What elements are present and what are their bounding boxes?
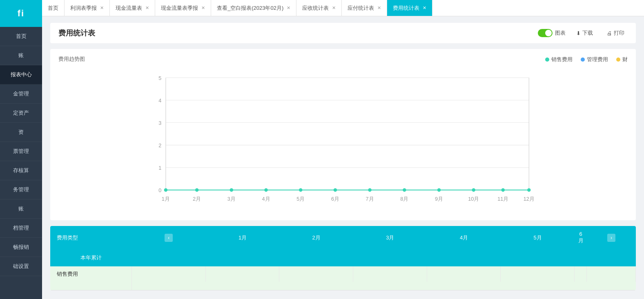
legend-admin: 管理费用 <box>581 56 608 63</box>
chart-card: 费用趋势图 销售费用 管理费用 财 <box>50 49 636 220</box>
tab-home[interactable]: 首页 <box>42 0 65 16</box>
svg-text:7月: 7月 <box>366 196 374 202</box>
sidebar-item-home[interactable]: 首页 <box>0 27 42 46</box>
download-label: 下载 <box>582 29 593 37</box>
header-actions: 图表 ⬇ 下载 🖨 打印 <box>538 28 628 38</box>
svg-point-25 <box>501 188 505 192</box>
col-header-month4: 4月 <box>427 226 501 249</box>
svg-point-17 <box>230 188 233 192</box>
svg-point-23 <box>437 188 441 192</box>
tab-close-cashflow-quarterly[interactable]: ✕ <box>201 5 205 11</box>
tab-close-expense-stats[interactable]: ✕ <box>423 5 426 11</box>
legend-dot-finance <box>616 58 620 62</box>
tab-expense-stats[interactable]: 费用统计表 ✕ <box>387 0 432 16</box>
svg-text:0: 0 <box>158 188 161 193</box>
chart-container: 5 4 3 2 1 0 <box>58 67 628 214</box>
chart-legend: 销售费用 管理费用 财 <box>545 56 628 63</box>
row-type-sales: 销售费用 <box>50 266 132 282</box>
next-month-btn[interactable]: › <box>607 234 615 242</box>
svg-point-26 <box>527 188 530 192</box>
col-header-type: 费用类型 <box>50 226 132 249</box>
legend-dot-sales <box>545 58 549 62</box>
svg-text:11月: 11月 <box>497 196 508 202</box>
svg-text:4月: 4月 <box>262 196 270 202</box>
tab-close-receivable[interactable]: ✕ <box>332 5 336 11</box>
chart-toggle-text: 图表 <box>555 29 566 37</box>
row-cell-m3 <box>353 266 427 282</box>
download-button[interactable]: ⬇ 下载 <box>573 28 596 38</box>
col-header-month6: 6月 <box>575 226 587 249</box>
sidebar-item-resource[interactable]: 资 <box>0 123 42 142</box>
sidebar-item-expense[interactable]: 畅报销 <box>0 238 42 257</box>
tab-cashflow[interactable]: 现金流量表 ✕ <box>110 0 155 16</box>
table-row: 销售费用 <box>50 266 636 290</box>
svg-text:1: 1 <box>158 165 161 171</box>
tab-profit-quarterly[interactable]: 利润表季报 ✕ <box>65 0 110 16</box>
tab-close-profit-quarterly[interactable]: ✕ <box>100 5 104 11</box>
sidebar: fi 首页 账 报表中心 金管理 定资产 资 票管理 存核算 务管理 账 档管理… <box>0 0 42 299</box>
print-label: 打印 <box>614 29 624 37</box>
svg-text:2: 2 <box>158 143 161 148</box>
col-header-month1: 1月 <box>206 226 280 249</box>
table-header: 费用类型 ‹ 1月 2月 3月 4月 5月 6月 › 本年累计 <box>50 226 636 266</box>
row-cell-m6 <box>575 266 587 282</box>
tab-close-payable[interactable]: ✕ <box>377 5 381 11</box>
svg-point-18 <box>264 188 267 192</box>
legend-label-admin: 管理费用 <box>587 56 608 63</box>
legend-label-sales: 销售费用 <box>551 56 573 63</box>
sidebar-item-ledger[interactable]: 账 <box>0 199 42 219</box>
print-icon: 🖨 <box>607 30 612 36</box>
svg-text:5月: 5月 <box>296 196 305 202</box>
svg-text:3: 3 <box>158 120 161 126</box>
svg-text:12月: 12月 <box>524 196 535 202</box>
row-cell-skip <box>132 266 206 282</box>
legend-finance: 财 <box>616 56 628 63</box>
col-header-nav-next[interactable]: › <box>587 226 636 249</box>
chart-toggle-label: 图表 <box>538 29 566 37</box>
sidebar-item-inventory[interactable]: 存核算 <box>0 161 42 180</box>
line-chart-svg: 5 4 3 2 1 0 <box>58 67 628 214</box>
sidebar-item-service[interactable]: 务管理 <box>0 180 42 199</box>
content-area: 费用统计表 图表 ⬇ 下载 🖨 打印 费用趋势图 <box>42 16 644 299</box>
sidebar-item-cash[interactable]: 金管理 <box>0 84 42 104</box>
svg-point-20 <box>334 188 337 192</box>
svg-text:1月: 1月 <box>162 196 170 202</box>
row-cell-m1 <box>206 266 280 282</box>
svg-text:8月: 8月 <box>400 196 408 202</box>
prev-month-btn[interactable]: ‹ <box>165 234 173 242</box>
sidebar-item-tickets[interactable]: 票管理 <box>0 142 42 161</box>
sidebar-item-account[interactable]: 账 <box>0 46 42 65</box>
tab-receivable[interactable]: 应收统计表 ✕ <box>296 0 342 16</box>
tab-cashflow-quarterly[interactable]: 现金流量表季报 ✕ <box>155 0 211 16</box>
chart-toggle[interactable] <box>538 29 553 37</box>
tab-payable[interactable]: 应付统计表 ✕ <box>342 0 387 16</box>
sidebar-logo: fi <box>0 0 42 27</box>
download-icon: ⬇ <box>576 30 581 36</box>
col-header-nav-prev[interactable]: ‹ <box>132 226 206 249</box>
col-header-ytd: 本年累计 <box>50 249 132 266</box>
row-cell-m2 <box>279 266 353 282</box>
row-cell-m5 <box>501 266 575 282</box>
svg-point-16 <box>195 188 198 192</box>
sidebar-item-assets[interactable]: 定资产 <box>0 104 42 123</box>
svg-point-19 <box>299 188 302 192</box>
svg-point-24 <box>472 188 475 192</box>
svg-text:4: 4 <box>158 98 161 104</box>
sidebar-item-settings[interactable]: 础设置 <box>0 257 42 276</box>
tab-blank-report[interactable]: 查看_空白报表(2023年02月) ✕ <box>211 0 296 16</box>
svg-text:10月: 10月 <box>468 196 479 202</box>
sidebar-item-archive[interactable]: 档管理 <box>0 219 42 238</box>
row-cell-ytd <box>50 282 132 290</box>
legend-dot-admin <box>581 58 585 62</box>
svg-point-15 <box>164 188 167 192</box>
page-title: 费用统计表 <box>58 28 95 38</box>
main-area: 首页 利润表季报 ✕ 现金流量表 ✕ 现金流量表季报 ✕ 查看_空白报表(202… <box>42 0 644 299</box>
legend-sales: 销售费用 <box>545 56 573 63</box>
tab-close-cashflow[interactable]: ✕ <box>145 5 149 11</box>
print-button[interactable]: 🖨 打印 <box>604 28 628 38</box>
col-header-month5: 5月 <box>501 226 575 249</box>
tab-close-blank-report[interactable]: ✕ <box>287 5 290 11</box>
data-table-container: 费用类型 ‹ 1月 2月 3月 4月 5月 6月 › 本年累计 销售费用 <box>50 226 636 290</box>
chart-title: 费用趋势图 <box>58 55 85 63</box>
sidebar-item-reports[interactable]: 报表中心 <box>0 65 42 84</box>
